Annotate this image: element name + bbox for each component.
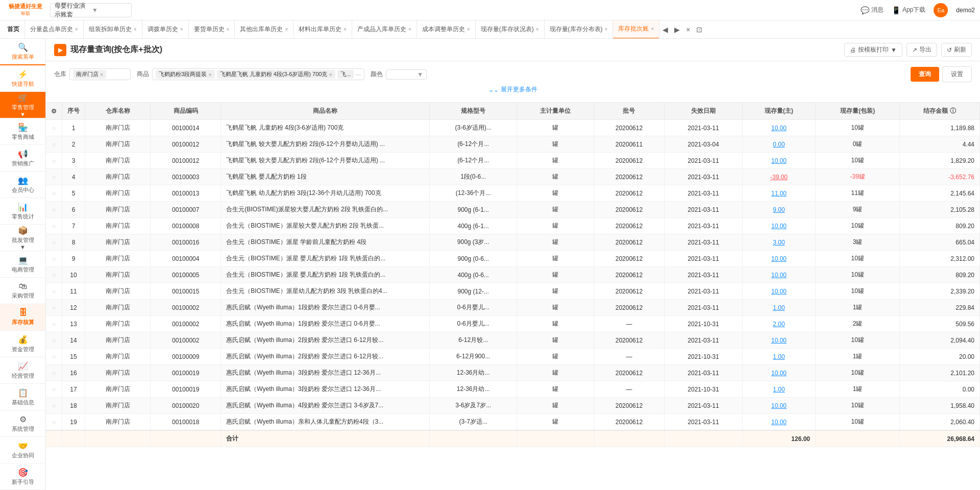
row-settings[interactable]: ○ [46,365,62,381]
tab-close-all-btn[interactable]: × [683,26,693,34]
row-settings[interactable]: ○ [46,136,62,153]
row-settings[interactable]: ○ [46,398,62,414]
tab-home[interactable]: 首页 [2,20,25,39]
sidebar-item-purchase[interactable]: 🛍 采购管理 [0,278,45,304]
sidebar-item-wholesale[interactable]: 📦 批发管理 ▼ [0,225,45,251]
row-stock-main[interactable]: 10.00 [743,267,816,283]
tab-fen-pan[interactable]: 分量盘点单历史 × [25,20,84,39]
sidebar-item-ecommerce[interactable]: 💻 电商管理 [0,251,45,278]
row-stock-main[interactable]: 3.00 [743,234,816,251]
row-settings[interactable]: ○ [46,234,62,251]
sidebar-item-retail-stats[interactable]: 📊 零售统计 [0,198,45,225]
row-stock-main[interactable]: -39.00 [743,169,816,185]
product-tag-close-0[interactable]: × [208,71,211,78]
tab-close-kucun-pici[interactable]: × [651,26,654,32]
color-filter-group[interactable]: ▼ [386,69,427,80]
export-btn[interactable]: ↗ 导出 [906,43,937,57]
row-settings[interactable]: ○ [46,185,62,202]
tab-xian-cun-kucun[interactable]: 现存量(库存状况表) × [476,20,545,39]
row-settings[interactable]: ○ [46,300,62,316]
sidebar-item-basic[interactable]: 📋 基础信息 [0,384,45,410]
row-settings[interactable]: ○ [46,169,62,185]
row-stock-main[interactable]: 1.00 [743,300,816,316]
row-stock-main[interactable]: 10.00 [743,251,816,267]
user-avatar[interactable]: Ea [934,3,948,17]
tab-qi-ta[interactable]: 其他出库单历史 × [235,20,293,39]
tab-prev-btn[interactable]: ◀ [659,26,671,34]
sidebar-item-member[interactable]: 👥 会员中心 [0,172,45,198]
row-settings[interactable]: ○ [46,414,62,431]
row-stock-main[interactable]: 10.00 [743,332,816,349]
row-stock-main[interactable]: 10.00 [743,365,816,381]
row-settings[interactable]: ○ [46,283,62,300]
sidebar-item-inventory[interactable]: 🗄 库存核算 [0,304,45,331]
sidebar-item-marketing[interactable]: 📢 营销推广 [0,145,45,172]
row-stock-main[interactable]: 10.00 [743,398,816,414]
tab-next-btn[interactable]: ▶ [671,26,683,34]
sidebar-item-enterprise[interactable]: 🤝 企业协同 [0,437,45,463]
tab-close-qi-ta[interactable]: × [285,27,288,32]
tab-close-xian-cun-kucun[interactable]: × [536,27,539,32]
sidebar-item-guide[interactable]: 🎯 新手引导 [0,463,45,490]
row-settings[interactable]: ○ [46,349,62,365]
row-stock-main[interactable]: 9.00 [743,202,816,218]
sidebar-item-system[interactable]: ⚙ 系统管理 [0,410,45,437]
tab-close-diao-bo[interactable]: × [180,27,183,32]
tab-diao-bo[interactable]: 调拨单历史 × [142,20,189,39]
warehouse-tag-group[interactable]: 南岸门店 × [69,68,131,80]
row-stock-main[interactable]: 11.00 [743,185,816,202]
tab-close-yao-huo[interactable]: × [227,27,230,32]
workspace-dropdown[interactable]: 母婴行业演示账套 ▼ [50,3,132,17]
product-tag-close-1[interactable]: × [329,71,332,78]
sidebar-item-finance[interactable]: 💰 资金管理 [0,331,45,357]
expand-more-btn[interactable]: ⌄⌄ 展开更多条件 [488,85,537,94]
tab-close-cheng-ben[interactable]: × [467,27,470,32]
col-settings[interactable]: ⚙ [46,103,62,120]
product-tag-2[interactable]: 飞... [337,70,354,79]
row-settings[interactable]: ○ [46,316,62,332]
tab-zu-chai[interactable]: 组装拆卸单历史 × [84,20,142,39]
tab-close-cai-liao[interactable]: × [344,27,347,32]
tab-close-xian-cun-fenbu[interactable]: × [605,27,608,32]
message-btn[interactable]: 💬 消息 [861,6,884,14]
product-tag-0[interactable]: 飞鹤奶粉3段两提装 × [156,70,215,79]
row-settings[interactable]: ○ [46,332,62,349]
tab-yao-huo[interactable]: 要货单历史 × [189,20,235,39]
tab-cai-liao[interactable]: 材料出库单历史 × [293,20,352,39]
template-print-btn[interactable]: 🖨 按模板打印 ▼ [844,43,902,57]
warehouse-tag-close-0[interactable]: × [100,71,103,78]
sidebar-item-operations[interactable]: 📈 经营管理 [0,357,45,384]
row-stock-main[interactable]: 10.00 [743,120,816,136]
product-tag-1[interactable]: 飞鹤星飞帆 儿童奶粉 4段(3-6岁适用) 700克 × [217,70,335,79]
refresh-btn[interactable]: ↺ 刷新 [941,43,972,57]
row-stock-main[interactable]: 0.00 [743,136,816,153]
tab-kucun-pici[interactable]: 库存批次账 × [613,20,659,39]
sidebar-item-retail-shop[interactable]: 🏪 零售商城 [0,118,45,145]
sidebar-item-search[interactable]: 🔍 搜索英单 [0,39,45,65]
row-stock-main[interactable]: 10.00 [743,283,816,300]
tab-close-fen-pan[interactable]: × [75,27,78,32]
row-stock-main[interactable]: 10.00 [743,414,816,431]
row-stock-main[interactable]: 1.00 [743,349,816,365]
row-stock-main[interactable]: 1.00 [743,381,816,398]
row-settings[interactable]: ○ [46,251,62,267]
row-settings[interactable]: ○ [46,153,62,169]
settings-config-btn[interactable]: 设置 [942,66,972,82]
app-download-btn[interactable]: 📱 App下载 [892,6,925,14]
row-settings[interactable]: ○ [46,120,62,136]
row-stock-main[interactable]: 10.00 [743,153,816,169]
product-tag-group[interactable]: 飞鹤奶粉3段两提装 × 飞鹤星飞帆 儿童奶粉 4段(3-6岁适用) 700克 ×… [152,68,364,80]
color-filter-arrow[interactable]: ▼ [417,71,423,78]
row-settings[interactable]: ○ [46,218,62,234]
tab-close-chan-pin[interactable]: × [408,27,411,32]
query-btn[interactable]: 查询 [911,67,939,82]
row-stock-main[interactable]: 2.00 [743,316,816,332]
tab-close-zu-chai[interactable]: × [134,27,137,32]
row-stock-main[interactable]: 10.00 [743,218,816,234]
sidebar-item-retail-mgmt[interactable]: 🛒 零售管理 ▼ [0,92,45,118]
tab-cheng-ben[interactable]: 成本调整单历史 × [417,20,476,39]
warehouse-tag-0[interactable]: 南岸门店 × [73,70,106,79]
product-filter-more[interactable]: ··· [356,71,361,78]
row-settings[interactable]: ○ [46,381,62,398]
tab-chan-pin[interactable]: 产成品入库单历史 × [352,20,417,39]
